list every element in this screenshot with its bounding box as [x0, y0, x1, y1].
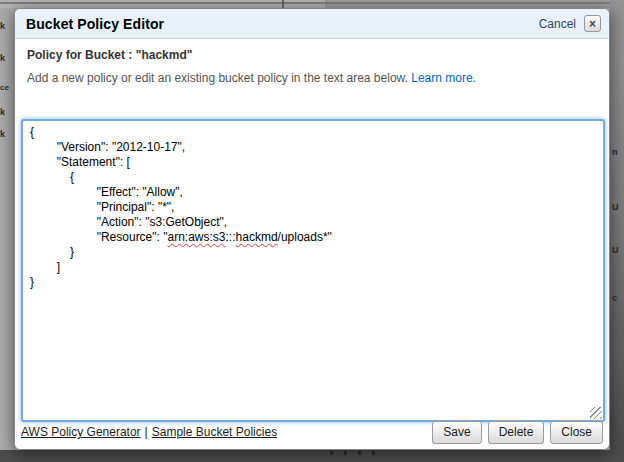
clipped-text-fragment: U	[612, 246, 619, 255]
dialog-close-button[interactable]: Close	[550, 421, 603, 444]
description: Add a new policy or edit an existing buc…	[27, 71, 597, 85]
dialog-title: Bucket Policy Editor	[26, 16, 539, 32]
page-backdrop-text-fragment	[330, 451, 382, 455]
dialog-footer: AWS Policy Generator|Sample Bucket Polic…	[21, 420, 603, 444]
clipped-text-fragment: U	[612, 203, 619, 212]
clipped-text-fragment: k	[0, 22, 5, 31]
cancel-link[interactable]: Cancel	[539, 17, 576, 31]
close-icon: ×	[589, 18, 596, 30]
page-backdrop-bottom	[0, 450, 624, 462]
dialog-header: Bucket Policy Editor Cancel ×	[15, 9, 609, 39]
aws-policy-generator-link[interactable]: AWS Policy Generator	[21, 425, 141, 439]
policy-textarea[interactable]: { "Version": "2012-10-17", "Statement": …	[21, 119, 605, 422]
clipped-text-fragment: c	[612, 294, 617, 303]
clipped-text-fragment: n	[612, 148, 618, 157]
resize-handle-icon[interactable]	[590, 407, 602, 419]
bucket-policy-editor-dialog: Bucket Policy Editor Cancel × Policy for…	[14, 8, 610, 450]
clipped-text-fragment: k	[0, 108, 5, 117]
page-backdrop-column-divider	[282, 0, 284, 8]
policy-for-bucket-label: Policy for Bucket : "hackmd"	[27, 48, 597, 62]
footer-links: AWS Policy Generator|Sample Bucket Polic…	[21, 425, 426, 439]
delete-button[interactable]: Delete	[488, 421, 545, 444]
link-separator: |	[145, 425, 148, 439]
learn-more-link[interactable]: Learn more.	[411, 71, 476, 85]
description-text: Add a new policy or edit an existing buc…	[27, 71, 408, 85]
page-backdrop-divider	[0, 2, 624, 4]
screen: k k ce k k n U U c Bucket Policy Editor …	[0, 0, 624, 462]
close-x-button[interactable]: ×	[584, 15, 601, 32]
clipped-text-fragment: k	[0, 130, 5, 139]
save-button[interactable]: Save	[432, 421, 481, 444]
sample-bucket-policies-link[interactable]: Sample Bucket Policies	[152, 425, 277, 439]
clipped-text-fragment: ce	[0, 84, 9, 92]
page-backdrop-right	[610, 0, 624, 462]
policy-text: { "Version": "2012-10-17", "Statement": …	[30, 125, 596, 290]
clipped-text-fragment: k	[0, 54, 5, 63]
